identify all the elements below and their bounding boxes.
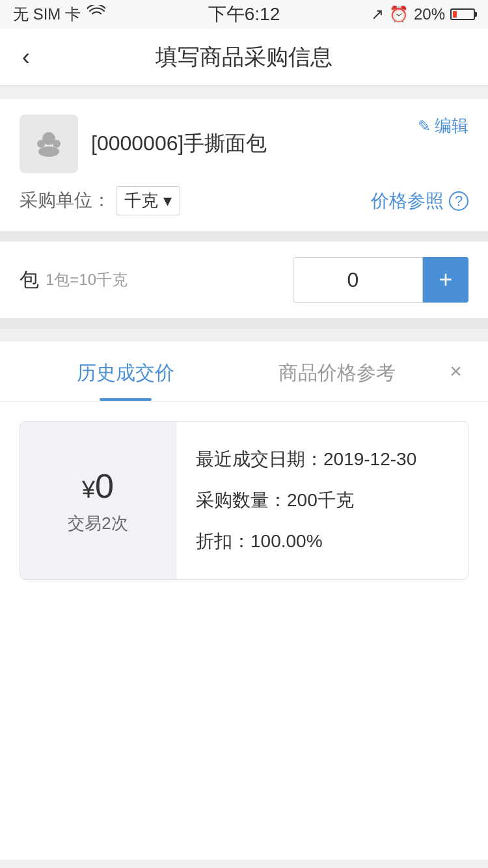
price-symbol: ¥ (82, 476, 95, 503)
quantity-row: 包 1包=10千克 + (0, 241, 488, 318)
back-button[interactable]: ‹ (16, 37, 36, 77)
quantity-detail-value: 200千克 (287, 490, 354, 510)
unit-label: 采购单位： (20, 190, 111, 210)
product-left: [0000006]手撕面包 (20, 115, 267, 173)
quantity-label: 包 1包=10千克 (20, 267, 128, 293)
history-right: 最近成交日期：2019-12-30 采购数量：200千克 折扣：100.00% (176, 422, 468, 579)
alarm-icon: ⏰ (389, 5, 409, 23)
unit-select[interactable]: 千克 ▾ (116, 186, 180, 215)
price-ref-label: 价格参照 (371, 189, 444, 213)
battery-icon (450, 8, 475, 20)
edit-label: 编辑 (435, 115, 468, 137)
unit-hint: 1包=10千克 (46, 269, 128, 290)
help-icon: ? (449, 191, 468, 211)
edit-icon: ✎ (418, 117, 431, 135)
svg-point-2 (37, 140, 45, 148)
recent-date-value: 2019-12-30 (323, 449, 416, 469)
unit-area: 采购单位： 千克 ▾ (20, 186, 180, 215)
history-card: ¥0 交易2次 最近成交日期：2019-12-30 采购数量：200千克 折扣：… (20, 421, 468, 580)
status-time: 下午6:12 (208, 2, 280, 27)
purchase-quantity-row: 采购数量：200千克 (196, 486, 448, 515)
battery-percent: 20% (414, 5, 445, 23)
svg-point-1 (38, 146, 59, 157)
tabs-close-button[interactable]: × (443, 353, 468, 390)
status-bar: 无 SIM 卡 下午6:12 ↗ ⏰ 20% (0, 0, 488, 29)
tabs-header: 历史成交价 商品价格参考 × (0, 342, 488, 401)
recent-date-label: 最近成交日期： (196, 449, 323, 469)
quantity-control: + (293, 257, 468, 303)
location-icon: ↗ (371, 5, 384, 23)
recent-date-row: 最近成交日期：2019-12-30 (196, 445, 448, 474)
history-price: ¥0 (82, 467, 114, 506)
price-ref-button[interactable]: 价格参照 ? (371, 189, 468, 213)
page-title: 填写商品采购信息 (156, 42, 332, 72)
tab-underline (100, 398, 152, 401)
product-image (20, 115, 78, 173)
history-left: ¥0 交易2次 (20, 422, 176, 579)
tab-history-price[interactable]: 历史成交价 (20, 342, 232, 401)
discount-label: 折扣： (196, 531, 251, 551)
unit-value: 千克 (124, 189, 158, 212)
wifi-icon (87, 5, 105, 23)
svg-point-3 (53, 140, 61, 148)
product-name: [0000006]手撕面包 (91, 129, 267, 158)
carrier-text: 无 SIM 卡 (13, 4, 81, 25)
section-divider (0, 231, 488, 241)
product-header: [0000006]手撕面包 ✎ 编辑 (20, 115, 468, 173)
tab-price-reference[interactable]: 商品价格参考 (232, 342, 444, 401)
tabs-section: 历史成交价 商品价格参考 × ¥0 交易2次 最近成交日期：2019-12-30… (0, 342, 488, 599)
tab2-label: 商品价格参考 (278, 362, 396, 383)
product-section: [0000006]手撕面包 ✎ 编辑 采购单位： 千克 ▾ 价格参照 ? (0, 99, 488, 231)
edit-button[interactable]: ✎ 编辑 (418, 115, 468, 137)
status-left: 无 SIM 卡 (13, 4, 105, 25)
history-trades: 交易2次 (68, 512, 128, 535)
nav-bar: ‹ 填写商品采购信息 (0, 29, 488, 86)
quantity-input[interactable] (293, 257, 423, 303)
section-divider-2 (0, 318, 488, 329)
empty-space (0, 599, 488, 860)
quantity-plus-button[interactable]: + (423, 257, 468, 303)
discount-value: 100.00% (251, 531, 323, 551)
price-value: 0 (95, 467, 114, 505)
unit-arrow: ▾ (163, 191, 172, 211)
tab-content: ¥0 交易2次 最近成交日期：2019-12-30 采购数量：200千克 折扣：… (0, 401, 488, 599)
unit-name: 包 (20, 267, 39, 293)
product-unit-row: 采购单位： 千克 ▾ 价格参照 ? (20, 186, 468, 215)
quantity-detail-label: 采购数量： (196, 490, 287, 510)
status-right: ↗ ⏰ 20% (371, 5, 475, 23)
discount-row: 折扣：100.00% (196, 527, 448, 556)
tab1-label: 历史成交价 (77, 362, 174, 383)
